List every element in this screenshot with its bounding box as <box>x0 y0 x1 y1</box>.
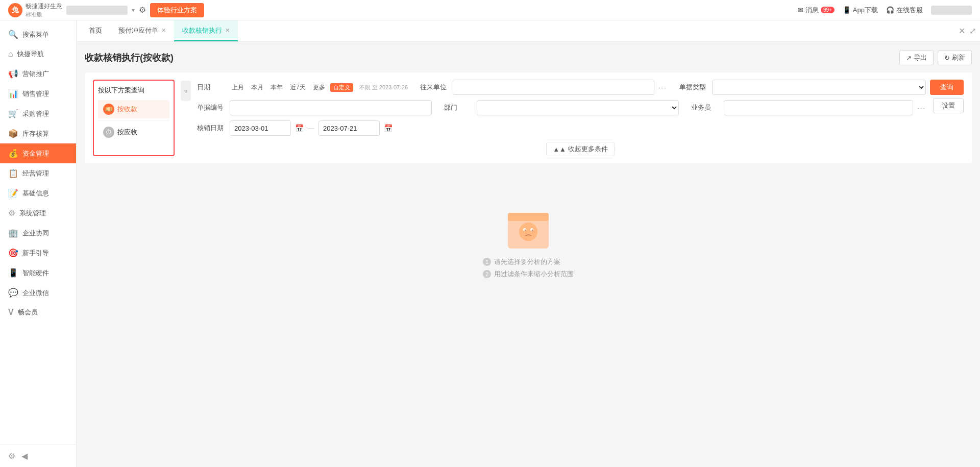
sidebar-item-inventory[interactable]: 📦 库存核算 <box>0 124 76 143</box>
refresh-button[interactable]: ↻ 刷新 <box>938 50 972 65</box>
collapse-sidebar-icon[interactable]: ◀ <box>21 451 28 461</box>
tab-prepay[interactable]: 预付冲应付单 ✕ <box>110 20 174 41</box>
empty-hint-1: 1 请先选择要分析的方案 <box>483 257 574 266</box>
sidebar-item-marketing[interactable]: 📢 营销推广 <box>0 64 76 84</box>
sidebar-label-guide: 新手引导 <box>22 249 49 258</box>
sidebar-item-basic[interactable]: 📝 基础信息 <box>0 183 76 203</box>
customer-service-button[interactable]: 🎧 在线客服 <box>886 6 923 15</box>
filter-option-by-receivable[interactable]: ⏱ 按应收 <box>98 123 169 141</box>
solution-button[interactable]: 体验行业方案 <box>150 3 204 17</box>
filter-option-receivable-label: 按应收 <box>117 128 137 137</box>
tab-home[interactable]: 首页 <box>81 20 110 41</box>
receipt-scheme-icon: 💴 <box>103 104 114 115</box>
filter-form-row1: 日期 上月 本月 本年 近7天 更多 自定义 <box>197 80 964 136</box>
sidebar-item-member[interactable]: V 畅会员 <box>0 303 76 322</box>
sidebar-label-company: 企业协同 <box>22 229 49 238</box>
page-content: 收款核销执行(按收款) ↗ 导出 ↻ 刷新 按以下方案查询 <box>77 42 980 467</box>
sales-icon: 📊 <box>8 89 18 99</box>
app-icon: 📱 <box>843 6 851 14</box>
filter-row-2: 单据编号 部门 <box>197 100 926 115</box>
verify-date-end-icon[interactable]: 📅 <box>384 124 393 132</box>
tab-receipt-close[interactable]: ✕ <box>225 27 230 34</box>
last-month-btn[interactable]: 上月 <box>230 82 246 93</box>
logo-text: 畅捷通好生意 <box>26 2 62 11</box>
salesperson-dots-btn[interactable]: ··· <box>917 104 926 112</box>
verify-date-start-icon[interactable]: 📅 <box>295 124 304 132</box>
topbar-right: ✉ 消息 99+ 📱 App下载 🎧 在线客服 <box>798 6 972 15</box>
filter-date-field: 日期 上月 本月 本年 近7天 更多 自定义 <box>197 82 408 93</box>
collapse-left-icon: « <box>184 87 188 94</box>
sidebar-item-operation[interactable]: 📋 经营管理 <box>0 163 76 183</box>
last-7days-btn[interactable]: 近7天 <box>288 82 308 93</box>
counterpart-input[interactable] <box>453 80 654 95</box>
custom-date-tag: 自定义 <box>330 83 353 92</box>
verify-date-end[interactable] <box>318 120 380 136</box>
chevron-down-icon[interactable]: ▾ <box>132 7 135 14</box>
sidebar-label-basic: 基础信息 <box>22 189 49 198</box>
operation-icon: 📋 <box>8 168 18 178</box>
bottom-settings-icon[interactable]: ⚙ <box>8 451 15 461</box>
filter-option-by-receipt[interactable]: 💴 按收款 <box>98 100 169 118</box>
more-date-btn[interactable]: 更多 <box>311 82 327 93</box>
department-select[interactable] <box>477 100 679 115</box>
inventory-icon: 📦 <box>8 129 18 138</box>
sidebar-item-wechat[interactable]: 💬 企业微信 <box>0 283 76 303</box>
doc-number-input[interactable] <box>230 100 432 115</box>
sidebar-label-member: 畅会员 <box>18 308 38 317</box>
filter-row-1: 日期 上月 本月 本年 近7天 更多 自定义 <box>197 80 926 95</box>
collapse-filter-btn[interactable]: « <box>181 81 191 101</box>
sidebar-label-marketing: 营销推广 <box>22 69 49 79</box>
user-avatar[interactable] <box>931 6 972 15</box>
collapse-conditions-label: 收起更多条件 <box>568 144 608 154</box>
this-year-btn[interactable]: 本年 <box>268 82 285 93</box>
sidebar-item-purchase[interactable]: 🛒 采购管理 <box>0 104 76 124</box>
date-range-note-area: 不限 至 2023-07-26 <box>359 84 408 91</box>
empty-illustration <box>498 200 559 251</box>
message-button[interactable]: ✉ 消息 99+ <box>798 6 835 15</box>
verify-date-start[interactable] <box>230 120 291 136</box>
sidebar-item-system[interactable]: ⚙ 系统管理 <box>0 203 76 223</box>
settings-button[interactable]: 设置 <box>933 98 964 113</box>
marketing-icon: 📢 <box>8 69 18 79</box>
filter-fields: 日期 上月 本月 本年 近7天 更多 自定义 <box>197 80 926 136</box>
export-button[interactable]: ↗ 导出 <box>899 50 934 65</box>
refresh-label: 刷新 <box>952 53 965 62</box>
filter-panel: 按以下方案查询 💴 按收款 ⏱ 按应收 « <box>85 72 972 163</box>
tab-receipt[interactable]: 收款核销执行 ✕ <box>174 20 238 41</box>
main-layout: 🔍 搜索菜单 ⌂ 快捷导航 📢 营销推广 📊 销售管理 🛒 采购管理 📦 <box>0 20 980 467</box>
query-button[interactable]: 查询 <box>930 80 964 95</box>
sidebar-item-company[interactable]: 🏢 企业协同 <box>0 223 76 243</box>
svg-point-2 <box>519 223 537 241</box>
close-tab-button[interactable]: ✕ <box>959 26 965 36</box>
sidebar-item-quick[interactable]: ⌂ 快捷导航 <box>0 44 76 64</box>
sidebar-label-system: 系统管理 <box>19 209 46 218</box>
hint-text-1: 请先选择要分析的方案 <box>494 257 560 266</box>
maximize-button[interactable]: ⤢ <box>969 26 976 36</box>
collapse-conditions-button[interactable]: ▲▲ 收起更多条件 <box>546 142 615 156</box>
content-area: 首页 预付冲应付单 ✕ 收款核销执行 ✕ ✕ ⤢ 收款核销执行(按收款) <box>77 20 980 467</box>
date-quick-buttons: 上月 本月 本年 近7天 更多 自定义 <box>230 82 353 93</box>
sidebar-item-sales[interactable]: 📊 销售管理 <box>0 84 76 104</box>
tab-receipt-label: 收款核销执行 <box>182 26 222 35</box>
sidebar-item-finance[interactable]: 💰 资金管理 <box>0 143 76 163</box>
counterpart-dots-btn[interactable]: ··· <box>658 84 667 91</box>
sidebar-item-guide[interactable]: 🎯 新手引导 <box>0 243 76 263</box>
tab-prepay-close[interactable]: ✕ <box>161 27 166 34</box>
empty-hint-2: 2 用过滤条件来缩小分析范围 <box>483 269 574 279</box>
sidebar-item-hardware[interactable]: 📱 智能硬件 <box>0 263 76 283</box>
doc-type-select[interactable] <box>712 80 926 95</box>
app-download-button[interactable]: 📱 App下载 <box>843 6 878 15</box>
app-label: App下载 <box>853 6 878 15</box>
salesperson-input[interactable] <box>724 100 913 115</box>
collapse-row: ▲▲ 收起更多条件 <box>197 142 964 156</box>
svg-point-5 <box>525 230 526 231</box>
sidebar-item-search[interactable]: 🔍 搜索菜单 <box>0 24 76 44</box>
verify-date-label: 核销日期 <box>197 124 226 133</box>
service-label: 在线客服 <box>896 6 923 15</box>
page-actions: ↗ 导出 ↻ 刷新 <box>899 50 972 65</box>
empty-hints: 1 请先选择要分析的方案 2 用过滤条件来缩小分析范围 <box>483 257 574 282</box>
settings-icon[interactable]: ⚙ <box>139 5 146 15</box>
hint-num-1: 1 <box>483 258 491 266</box>
collapse-up-icon: ▲▲ <box>553 145 566 153</box>
this-month-btn[interactable]: 本月 <box>249 82 265 93</box>
